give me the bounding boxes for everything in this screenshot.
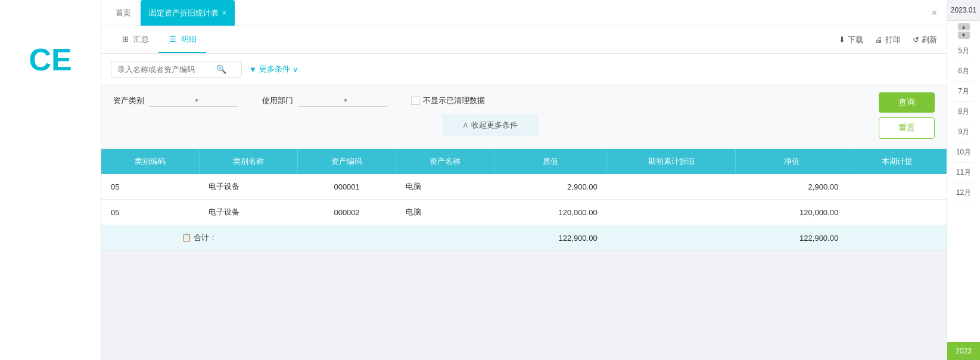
tab-summary[interactable]: ⊞ 汇总	[111, 26, 158, 53]
cell-total-net-value: 122,900.00	[735, 225, 848, 251]
asset-category-field: 资产类别 ▼	[113, 95, 238, 107]
col-category-name: 类别名称	[199, 149, 297, 174]
download-icon: ⬇	[839, 35, 845, 44]
asset-category-label: 资产类别	[113, 95, 144, 106]
cell-current-depreciation	[848, 200, 946, 225]
scroll-up-button[interactable]: ▲	[958, 23, 970, 30]
col-original-value: 原值	[494, 149, 607, 174]
download-label: 下载	[848, 35, 863, 45]
window-close-button[interactable]: ×	[932, 8, 937, 18]
search-input-wrap[interactable]: 🔍	[111, 61, 242, 77]
asset-category-select[interactable]: ▼	[149, 95, 238, 107]
cell-net-value: 120,000.00	[735, 200, 848, 225]
search-input[interactable]	[117, 65, 213, 74]
cell-asset-name: 电脑	[396, 174, 494, 200]
scroll-arrows: ▲ ▼	[956, 21, 972, 41]
department-label: 使用部门	[262, 95, 293, 106]
table-total-row: 📋合计： 122,900.00 122,900.00	[101, 225, 947, 251]
tab-close-button[interactable]: ×	[222, 9, 226, 17]
refresh-button[interactable]: ↺ 刷新	[913, 35, 937, 45]
asset-category-arrow-icon: ▼	[194, 97, 234, 104]
cell-asset-code: 000002	[298, 200, 396, 225]
department-field: 使用部门 ▼	[262, 95, 387, 107]
cell-total-current	[848, 225, 946, 251]
filter-row-1: 资产类别 ▼ 使用部门 ▼	[113, 95, 867, 107]
active-tab-label: 固定资产折旧统计表	[149, 8, 219, 18]
cell-category-name: 电子设备	[199, 174, 297, 200]
cell-accumulated-depreciation	[607, 200, 736, 225]
cell-asset-code: 000001	[298, 174, 396, 200]
right-sidebar: 2023.01 ▲ ▼ 5月6月7月8月9月10月11月12月 2023	[947, 0, 980, 360]
tab-summary-label: 汇总	[133, 34, 149, 45]
search-row: 🔍 ▼ 更多条件 ∨	[111, 61, 937, 77]
active-tab[interactable]: 固定资产折旧统计表 ×	[141, 0, 235, 26]
refresh-icon: ↺	[913, 35, 919, 44]
nav-home[interactable]: 首页	[111, 8, 136, 18]
print-icon: 🖨	[875, 35, 883, 44]
year-badge: 2023	[947, 342, 980, 360]
table-header-row: 类别编码 类别名称 资产编码 资产名称 原值 期初累计折旧 净值 本期计提	[101, 149, 947, 174]
month-item[interactable]: 7月	[954, 82, 973, 102]
layers-icon: ⊞	[120, 35, 130, 44]
refresh-label: 刷新	[922, 35, 937, 45]
query-button[interactable]: 查询	[879, 92, 935, 113]
collapse-conditions-button[interactable]: ∧ 收起更多条件	[443, 114, 538, 136]
cell-category-name: 电子设备	[199, 200, 297, 225]
cell-current-depreciation	[848, 174, 946, 200]
col-category-code: 类别编码	[101, 149, 199, 174]
chevron-down-icon: ∨	[293, 65, 298, 74]
reset-button[interactable]: 重置	[879, 117, 935, 139]
month-item[interactable]: 10月	[954, 142, 973, 163]
month-item[interactable]: 8月	[954, 102, 973, 122]
filter-icon: ▼	[249, 65, 257, 74]
cell-total-label: 📋合计：	[101, 225, 298, 251]
scroll-down-button[interactable]: ▼	[958, 32, 970, 39]
table-row: 05 电子设备 000001 电脑 2,900.00 2,900.00	[101, 174, 947, 200]
month-item[interactable]: 12月	[954, 183, 973, 203]
month-item[interactable]: 11月	[954, 163, 973, 183]
search-icon: 🔍	[216, 64, 226, 74]
col-asset-code: 资产编码	[298, 149, 396, 174]
tab-detail-label: 明细	[181, 34, 197, 45]
department-select[interactable]: ▼	[298, 95, 387, 107]
cell-category-code: 05	[101, 200, 199, 225]
date-header: 2023.01	[947, 0, 980, 21]
col-current-depreciation: 本期计提	[848, 149, 946, 174]
cell-asset-name: 电脑	[396, 200, 494, 225]
download-button[interactable]: ⬇ 下载	[839, 35, 863, 45]
collapse-icon: ∧	[462, 120, 471, 129]
cell-total-accumulated	[607, 225, 736, 251]
data-table: 类别编码 类别名称 资产编码 资产名称 原值 期初累计折旧 净值 本期计提 05…	[101, 149, 947, 251]
logo-text: CE	[29, 44, 71, 75]
month-list: 5月6月7月8月9月10月11月12月	[954, 41, 973, 203]
list-icon: ☰	[168, 35, 178, 44]
table-area: 类别编码 类别名称 资产编码 资产名称 原值 期初累计折旧 净值 本期计提 05…	[101, 149, 947, 360]
col-net-value: 净值	[735, 149, 848, 174]
cell-original-value: 2,900.00	[494, 174, 607, 200]
filter-buttons: 查询 重置	[879, 92, 935, 139]
print-label: 打印	[885, 35, 901, 45]
col-asset-name: 资产名称	[396, 149, 494, 174]
cell-net-value: 2,900.00	[735, 174, 848, 200]
hide-cleared-label: 不显示已清理数据	[423, 95, 485, 106]
tab-detail[interactable]: ☰ 明细	[158, 26, 206, 53]
month-item[interactable]: 6月	[954, 61, 973, 82]
tab-bar: ⊞ 汇总 ☰ 明细 ⬇ 下载 🖨 打印 ↺ 刷新	[101, 26, 947, 54]
cell-total-original-value: 122,900.00	[494, 225, 607, 251]
cell-original-value: 120,000.00	[494, 200, 607, 225]
table-row: 05 电子设备 000002 电脑 120,000.00 120,000.00	[101, 200, 947, 225]
logo-area: CE	[0, 0, 101, 360]
more-conditions-button[interactable]: ▼ 更多条件 ∨	[249, 64, 298, 75]
collapse-label: 收起更多条件	[471, 120, 518, 129]
department-arrow-icon: ▼	[343, 97, 382, 104]
hide-cleared-checkbox[interactable]	[411, 97, 419, 105]
advanced-filter-panel: 资产类别 ▼ 使用部门 ▼	[101, 85, 947, 149]
print-button[interactable]: 🖨 打印	[875, 35, 901, 45]
more-conditions-label: 更多条件	[259, 64, 290, 75]
month-item[interactable]: 5月	[954, 41, 973, 61]
month-item[interactable]: 9月	[954, 122, 973, 142]
cell-category-code: 05	[101, 174, 199, 200]
col-accumulated-depreciation: 期初累计折旧	[607, 149, 736, 174]
cell-accumulated-depreciation	[607, 174, 736, 200]
hide-cleared-field: 不显示已清理数据	[411, 95, 485, 106]
